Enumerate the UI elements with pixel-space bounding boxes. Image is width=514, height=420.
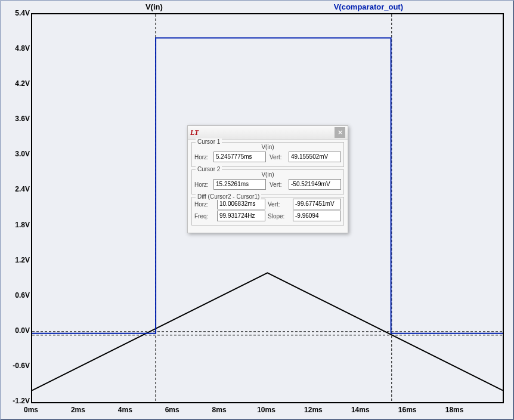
y-tick-label: -0.6V — [4, 362, 30, 370]
cursor1-group: Cursor 1 V(in) Horz: 5.2457775ms Vert: 4… — [191, 142, 344, 167]
cursor1-legend: Cursor 1 — [196, 138, 222, 145]
diff-group: Diff (Cursor2 - Cursor1) Horz: 10.006832… — [191, 197, 344, 226]
close-icon[interactable]: ✕ — [335, 127, 345, 138]
cursor2-group: Cursor 2 V(in) Horz: 15.25261ms Vert: -5… — [191, 169, 344, 194]
cursor1-horz-label: Horz: — [194, 154, 213, 160]
x-tick-label: 18ms — [436, 406, 472, 414]
cursor2-vert-label: Vert: — [270, 181, 289, 188]
y-tick-label: 0.0V — [4, 326, 30, 335]
y-tick-label: 4.8V — [4, 44, 30, 52]
x-tick-label: 6ms — [154, 406, 190, 414]
diff-vert-value[interactable]: -99.677451mV — [293, 199, 341, 209]
y-tick-label: 1.2V — [4, 256, 30, 264]
x-tick-label: 16ms — [389, 406, 425, 414]
y-tick-label: 5.4V — [4, 9, 30, 17]
diff-slope-value[interactable]: -9.96094 — [293, 211, 341, 221]
x-tick-label: 8ms — [202, 406, 237, 414]
diff-horz-value[interactable]: 10.006832ms — [217, 199, 265, 209]
cursor1-horz-value[interactable]: 5.2457775ms — [213, 152, 266, 162]
x-tick-label: 0ms — [13, 406, 49, 414]
cursor2-horz-label: Horz: — [194, 181, 213, 188]
x-tick-label: 2ms — [60, 406, 96, 414]
cursor-dialog[interactable]: LT ✕ Cursor 1 V(in) Horz: 5.2457775ms Ve… — [187, 125, 348, 233]
diff-legend: Diff (Cursor2 - Cursor1) — [196, 193, 261, 200]
diff-freq-label: Freq: — [194, 213, 215, 220]
y-tick-label: 3.6V — [4, 115, 30, 123]
cursor2-horz-value[interactable]: 15.25261ms — [213, 179, 266, 190]
x-tick-label: 12ms — [295, 406, 331, 414]
diff-freq-value[interactable]: 99.931724Hz — [217, 211, 265, 221]
cursor2-vert-value[interactable]: -50.521949mV — [289, 179, 341, 190]
lt-logo-icon: LT — [190, 128, 199, 137]
y-tick-label: 1.8V — [4, 221, 30, 229]
diff-vert-label: Vert: — [268, 201, 290, 208]
x-tick-label: 14ms — [342, 406, 378, 414]
legend-vin[interactable]: V(in) — [145, 2, 163, 11]
y-tick-label: 2.4V — [4, 185, 30, 193]
cursor1-vert-value[interactable]: 49.155502mV — [289, 152, 341, 162]
y-tick-label: -1.2V — [4, 397, 30, 405]
diff-horz-label: Horz: — [194, 201, 215, 208]
x-tick-label: 10ms — [249, 406, 284, 414]
y-tick-label: 3.0V — [4, 150, 30, 158]
legend-bar: V(in) V(comparator_out) — [31, 2, 504, 12]
y-tick-label: 4.2V — [4, 79, 30, 88]
diff-slope-label: Slope: — [268, 213, 290, 220]
y-tick-label: 0.6V — [4, 291, 30, 299]
waveform-window: V(in) V(comparator_out) 5.4V4.8V4.2V3.6V… — [0, 0, 514, 420]
x-tick-label: 4ms — [107, 406, 143, 414]
cursor2-legend: Cursor 2 — [196, 166, 222, 172]
dialog-titlebar[interactable]: LT ✕ — [188, 126, 348, 140]
dialog-body: Cursor 1 V(in) Horz: 5.2457775ms Vert: 4… — [188, 140, 348, 233]
cursor1-vert-label: Vert: — [270, 154, 289, 160]
legend-vcomp[interactable]: V(comparator_out) — [334, 2, 403, 11]
